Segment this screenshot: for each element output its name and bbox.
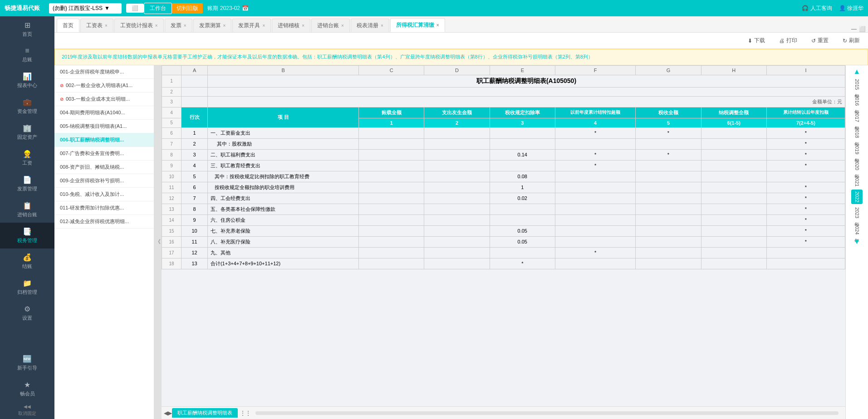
cell-star[interactable]: * (490, 258, 555, 269)
cell[interactable] (701, 182, 766, 193)
sidebar-item-archive[interactable]: 📁 归档管理 (0, 274, 54, 300)
cell[interactable] (359, 258, 424, 269)
refresh-btn[interactable]: ↻ 刷新 (839, 35, 863, 46)
year-item-2020[interactable]: 2020年 (851, 157, 863, 172)
cell-star[interactable]: * (555, 149, 635, 160)
sidebar-item-ledger[interactable]: ≡ 总账 (0, 42, 54, 68)
tab-invoice-calc[interactable]: 发票测算 × (193, 19, 232, 32)
cell-rownum[interactable]: 4 (181, 160, 208, 171)
service-link[interactable]: 🎧 人工客询 (802, 5, 832, 12)
file-list-item-active[interactable]: 006-职工薪酬纳税调整明细... (54, 133, 154, 147)
cell-star[interactable]: * (766, 204, 845, 214)
cell[interactable] (359, 160, 424, 171)
cell[interactable] (359, 182, 424, 193)
cell-rownum[interactable]: 12 (181, 247, 208, 258)
cell[interactable] (207, 87, 845, 96)
window-minimize-icon[interactable]: — (851, 26, 857, 32)
cell[interactable] (490, 247, 555, 258)
cell-star[interactable]: * (766, 138, 845, 149)
cell[interactable] (181, 75, 208, 87)
cell[interactable] (490, 204, 555, 214)
sidebar-item-report[interactable]: 📊 报表中心 (0, 68, 54, 93)
close-icon[interactable]: × (105, 23, 108, 28)
cell-val[interactable]: 0.08 (490, 171, 555, 182)
cell-star[interactable]: * (766, 160, 845, 171)
cell[interactable] (424, 193, 490, 204)
calendar-icon[interactable]: 📅 (242, 5, 249, 11)
cell[interactable] (424, 204, 490, 214)
year-item-2024[interactable]: 2024年 (851, 222, 863, 236)
file-list-item[interactable]: 008-资产折旧、摊销及纳税... (54, 161, 154, 174)
prev-sheet-icon[interactable]: ◀ (164, 410, 168, 416)
sidebar-item-guide[interactable]: 🆕 新手引导 (0, 350, 54, 376)
cell[interactable] (636, 160, 701, 171)
cell-rownum[interactable]: 7 (181, 193, 208, 204)
cell-label[interactable]: 五、各类基本社会保障性缴款 (207, 204, 358, 214)
cell[interactable] (701, 258, 766, 269)
cell[interactable] (359, 236, 424, 247)
tab-purchase-audit[interactable]: 进销稽核 × (272, 19, 310, 32)
cell-label[interactable]: 四、工会经费支出 (207, 193, 358, 204)
cell[interactable] (555, 182, 635, 193)
cell[interactable] (181, 87, 208, 96)
cell[interactable] (424, 171, 490, 182)
close-icon[interactable]: × (302, 23, 304, 28)
year-down-icon[interactable]: ▼ (853, 238, 861, 246)
cell[interactable] (555, 214, 635, 225)
cell[interactable] (766, 171, 845, 182)
year-item-2018[interactable]: 2018年 (851, 125, 863, 140)
cell-val[interactable]: 1 (490, 182, 555, 193)
collapse-btn[interactable]: 《 (154, 65, 162, 419)
cell-star[interactable]: * (555, 160, 635, 171)
cell-star[interactable]: * (636, 149, 701, 160)
tab-home[interactable]: 首页 (57, 19, 79, 32)
cell[interactable] (490, 214, 555, 225)
sidebar-unpin[interactable]: ◀◀ 取消固定 (0, 402, 54, 419)
cell-val[interactable]: 0.02 (490, 193, 555, 204)
close-icon[interactable]: × (155, 23, 158, 28)
cell[interactable] (701, 138, 766, 149)
cell[interactable] (424, 236, 490, 247)
close-icon[interactable]: × (223, 23, 226, 28)
cell[interactable] (701, 127, 766, 138)
cell[interactable] (359, 127, 424, 138)
year-item-2021[interactable]: 2021年 (851, 174, 863, 188)
file-list-item[interactable]: 010-免税、减计收入及加计... (54, 188, 154, 201)
download-btn[interactable]: ⬇ 下载 (744, 35, 769, 46)
close-icon[interactable]: × (184, 23, 186, 28)
cell[interactable] (424, 127, 490, 138)
cell-label[interactable]: 六、住房公积金 (207, 214, 358, 225)
cell[interactable] (359, 204, 424, 214)
cell[interactable] (359, 225, 424, 236)
cell-rownum[interactable]: 3 (181, 149, 208, 160)
cell-rownum[interactable]: 5 (181, 171, 208, 182)
bottom-sheet-tab[interactable]: 职工薪酬纳税调整明细表 (172, 408, 238, 418)
cell[interactable] (701, 171, 766, 182)
cell[interactable] (636, 225, 701, 236)
tab-income-tax[interactable]: 所得税汇算清缴 × (390, 18, 445, 32)
cell-star[interactable]: * (555, 247, 635, 258)
reset-btn[interactable]: ↺ 重置 (808, 35, 832, 46)
cell[interactable] (424, 214, 490, 225)
file-list-item[interactable]: 005-纳税调整项目明细表(A1... (54, 120, 154, 133)
cell[interactable] (701, 247, 766, 258)
cell[interactable] (555, 138, 635, 149)
cell[interactable] (424, 258, 490, 269)
cell[interactable] (181, 96, 208, 107)
cell-label[interactable]: 一、工资薪金支出 (207, 127, 358, 138)
cell-star[interactable]: * (766, 127, 845, 138)
cell-star[interactable]: * (766, 236, 845, 247)
cell[interactable] (490, 127, 555, 138)
cell-label[interactable]: 其中：按税收规定比例扣除的职工教育经费 (207, 171, 358, 182)
cell-star[interactable]: * (766, 193, 845, 204)
close-icon[interactable]: × (341, 23, 344, 28)
file-list-item[interactable]: ⊘ 003-一般企业成本支出明细... (54, 93, 154, 106)
cell-rownum[interactable]: 2 (181, 138, 208, 149)
cell-val[interactable]: 0.14 (490, 149, 555, 160)
cell[interactable] (359, 138, 424, 149)
copy-btn[interactable]: ⬜ (126, 4, 144, 13)
cell[interactable] (636, 138, 701, 149)
cell[interactable] (636, 214, 701, 225)
cell[interactable] (636, 236, 701, 247)
cell[interactable] (555, 258, 635, 269)
